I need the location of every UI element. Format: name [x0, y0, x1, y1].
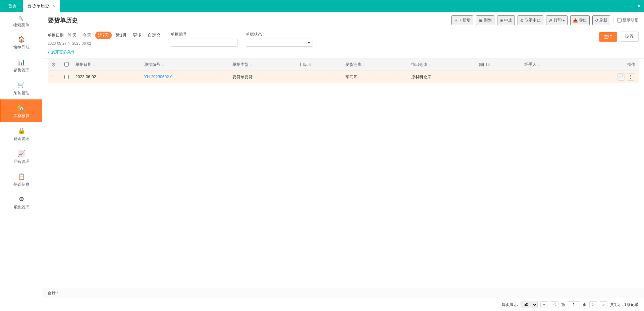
operation-icon: 📈	[18, 150, 25, 157]
add-button[interactable]: ＋ + 新增	[451, 15, 473, 25]
row-num: 1	[48, 71, 61, 83]
more-op-btn[interactable]: ⋮	[627, 73, 634, 81]
sort-dept-icon: ⇅	[488, 63, 490, 66]
sidebar-item-finance-mgmt[interactable]: 🔒 资金管理	[0, 122, 42, 145]
last-page-btn[interactable]: »	[600, 301, 607, 308]
sort-pending-warehouse-icon: ⇅	[428, 63, 431, 66]
date-btn-yesterday[interactable]: 昨天	[66, 32, 78, 39]
date-btn-1month[interactable]: 近1月	[114, 32, 129, 39]
table-settings-icon[interactable]: ⚙	[51, 62, 56, 68]
filter-doc-status: 单据状态 ▾	[246, 32, 313, 47]
page-suffix: 页	[583, 302, 587, 308]
content-header: 要货单历史 ＋ + 新增 🗑 删除 ⊗ 中止 ⊗ 取消中止	[42, 12, 644, 28]
sidebar-item-sales-mgmt[interactable]: 📊 销售管理	[0, 54, 42, 77]
cancel-stop-icon: ⊗	[520, 18, 524, 23]
export-button[interactable]: 📤 导出	[570, 15, 590, 25]
th-dept: 部门⇅	[476, 59, 521, 71]
main-table: ⚙ 单据日期⇅ 单据编号⇅ 单据类型⇅	[48, 59, 639, 83]
sidebar-item-basic-info[interactable]: 📋 基础信息	[0, 168, 42, 191]
header-actions: ＋ + 新增 🗑 删除 ⊗ 中止 ⊗ 取消中止 🖨 打印	[451, 15, 639, 25]
select-all-checkbox[interactable]	[64, 62, 69, 66]
settings-button[interactable]: 设置	[620, 32, 639, 42]
page-size-select[interactable]: 50 100 200	[521, 301, 538, 308]
print-button[interactable]: 🖨 打印 ▾	[546, 15, 568, 25]
purchase-icon: 🛒	[18, 81, 25, 89]
refresh-icon: ↺	[595, 18, 598, 23]
sidebar-item-system-mgmt[interactable]: ⚙ 系统管理	[0, 191, 42, 214]
refresh-button[interactable]: ↺ 刷新	[592, 15, 610, 25]
table-footer: 合计：	[42, 288, 644, 298]
sort-doc-type-icon: ⇅	[249, 63, 252, 66]
tab-close-icon[interactable]: ✕	[52, 4, 55, 8]
sidebar-item-quick-nav[interactable]: 🏠 快捷导航	[0, 31, 42, 54]
table-body: 1 2023-06-02 YH-20230602-0 要货单要货 车间库 原材料…	[48, 71, 639, 83]
pagination-bar: 每页显示 50 100 200 « < 第 页 > » 共1页，1条记录	[42, 298, 644, 311]
sort-req-warehouse-icon: ⇅	[362, 63, 365, 66]
first-page-btn[interactable]: «	[540, 301, 548, 308]
doc-number-link[interactable]: YH-20230602-0	[144, 75, 173, 79]
inventory-icon: 🏡	[18, 104, 25, 112]
tab-requisition-history[interactable]: 要货单历史 ✕	[23, 0, 60, 12]
th-req-warehouse: 要货仓库⇅	[342, 59, 408, 71]
query-button[interactable]: 查询	[599, 32, 617, 42]
date-btn-7days[interactable]: 近7天	[95, 32, 112, 39]
next-page-btn[interactable]: >	[589, 301, 597, 308]
col-settings: ⚙	[48, 59, 61, 71]
sidebar-item-inventory[interactable]: 🏡 库存核算	[0, 99, 42, 122]
sales-icon: 📊	[18, 58, 25, 66]
close-btn[interactable]: ✕	[637, 4, 641, 8]
view-op-btn[interactable]: 📄	[618, 73, 625, 81]
date-btn-today[interactable]: 今天	[80, 32, 93, 39]
display-detail-checkbox[interactable]	[617, 18, 622, 23]
sidebar-search[interactable]: 🔍 搜索菜单	[0, 12, 42, 31]
doc-date-label: 单据日期	[48, 33, 64, 38]
table-row: 1 2023-06-02 YH-20230602-0 要货单要货 车间库 原材料…	[48, 71, 639, 83]
prev-page-btn[interactable]: <	[551, 301, 558, 308]
page-label: 第	[561, 302, 565, 308]
page-size-label: 每页显示	[502, 302, 518, 308]
date-btn-more[interactable]: 更多	[131, 32, 144, 39]
row-checkbox	[61, 71, 72, 83]
basic-info-icon: 📋	[18, 173, 25, 180]
row-doc-number: YH-20230602-0	[141, 71, 229, 83]
delete-button[interactable]: 🗑 删除	[476, 15, 494, 25]
print-dropdown-icon: ▾	[563, 18, 565, 23]
chevron-down-icon: ▾	[48, 50, 50, 55]
expand-more-btn[interactable]: ▾ 展开更多条件	[48, 49, 639, 55]
add-icon: ＋	[454, 17, 458, 23]
stop-button[interactable]: ⊗ 中止	[497, 15, 515, 25]
page-title: 要货单历史	[48, 16, 78, 25]
display-detail-btn[interactable]: 显示明细	[617, 17, 639, 23]
toolbar-divider	[613, 18, 614, 23]
doc-status-select[interactable]: ▾	[246, 39, 313, 47]
th-store: 门店⇅	[297, 59, 342, 71]
finance-icon: 🔒	[18, 127, 25, 134]
row-store	[297, 71, 342, 83]
minimize-btn[interactable]: —	[623, 4, 627, 8]
row-dept	[476, 71, 521, 83]
sidebar: 🔍 搜索菜单 🏠 快捷导航 📊 销售管理 🛒 采购管理 🏡 库存核算 🔒 资金管…	[0, 12, 42, 311]
sidebar-item-purchase-mgmt[interactable]: 🛒 采购管理	[0, 77, 42, 99]
row-select-checkbox[interactable]	[64, 75, 69, 79]
date-btn-custom[interactable]: 自定义	[146, 32, 163, 39]
maximize-btn[interactable]: □	[631, 4, 633, 8]
table-header-row: ⚙ 单据日期⇅ 单据编号⇅ 单据类型⇅	[48, 59, 639, 71]
th-doc-date: 单据日期⇅	[72, 59, 141, 71]
sort-handler-icon: ⇅	[537, 63, 540, 66]
doc-number-label: 单据编号	[171, 32, 238, 37]
tab-home[interactable]: 首页	[3, 0, 21, 12]
main-layout: 🔍 搜索菜单 🏠 快捷导航 📊 销售管理 🛒 采购管理 🏡 库存核算 🔒 资金管…	[0, 12, 644, 311]
th-pending-warehouse: 待出仓库⇅	[408, 59, 475, 71]
doc-number-input[interactable]	[171, 39, 238, 47]
col-checkbox	[61, 59, 72, 71]
filter-row: 单据日期 昨天 今天 近7天 近1月 更多 自定义 2023-05-27 至 2…	[48, 32, 639, 47]
page-number-input[interactable]	[568, 301, 580, 308]
delete-icon: 🗑	[479, 18, 483, 23]
cancel-stop-button[interactable]: ⊗ 取消中止	[518, 15, 543, 25]
row-pending-warehouse: 原材料仓库	[408, 71, 475, 83]
quick-nav-icon: 🏠	[18, 36, 25, 43]
sidebar-item-operation-mgmt[interactable]: 📈 经营管理	[0, 145, 42, 168]
sort-doc-date-icon: ⇅	[92, 63, 95, 66]
th-doc-number: 单据编号⇅	[141, 59, 229, 71]
stop-icon: ⊗	[500, 18, 503, 23]
